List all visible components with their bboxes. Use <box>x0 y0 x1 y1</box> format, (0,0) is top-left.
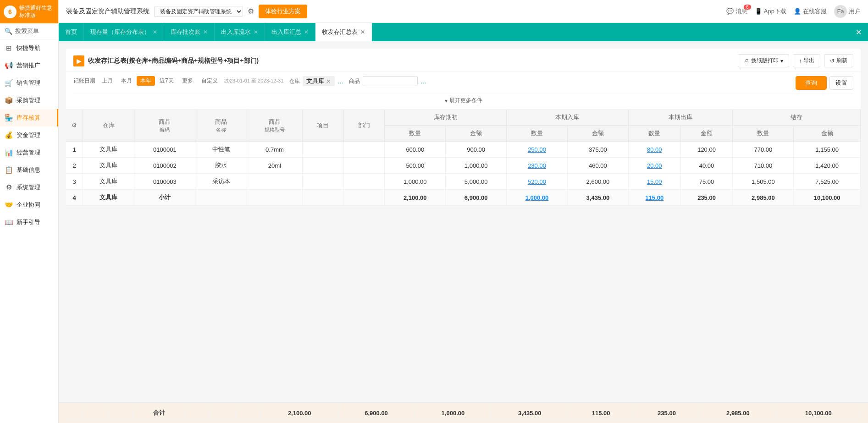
total-in-qty: 1,000.00 <box>415 407 491 419</box>
tab-stock-dist[interactable]: 现存量（库存分布表） ✕ <box>84 23 164 41</box>
date-btn-custom[interactable]: 自定义 <box>198 76 221 86</box>
sidebar-nav: ⊞ 快捷导航 📢 营销推广 🛒 销售管理 📦 采购管理 🏪 库存核算 💰 资金管… <box>0 39 58 231</box>
refresh-icon: ↺ <box>830 58 835 64</box>
tab-batch-account[interactable]: 库存批次账 ✕ <box>164 23 215 41</box>
tab-in-out-summary-label: 出入库汇总 <box>271 28 301 36</box>
subtotal-out-qty[interactable]: 115.00 <box>628 190 680 206</box>
row1-in-qty[interactable]: 250.00 <box>507 142 568 158</box>
date-btn-last-month[interactable]: 上月 <box>98 76 116 86</box>
sidebar-item-quick-nav[interactable]: ⊞ 快捷导航 <box>0 39 58 57</box>
date-range: 2023-01-01 至 2023-12-31 <box>224 77 284 84</box>
guide-icon: 📖 <box>5 218 13 226</box>
goods-input[interactable] <box>363 76 418 86</box>
page-action-bar: 🖨 换纸版打印 ▾ ↑ 导出 ↺ 刷新 <box>738 54 853 67</box>
date-shortcuts: 上月 本月 本年 近7天 更多 自定义 <box>98 76 221 86</box>
sidebar-item-finance[interactable]: 💰 资金管理 <box>0 126 58 144</box>
subtotal-out-amt: 235.00 <box>680 190 733 206</box>
basic-info-icon: 📋 <box>5 166 13 174</box>
row3-project <box>303 174 344 190</box>
sidebar: 6 畅捷通好生意 标准版 🔍 搜索菜单 ⊞ 快捷导航 📢 营销推广 🛒 销售管理… <box>0 0 59 423</box>
row1-out-qty[interactable]: 80.00 <box>628 142 680 158</box>
project-col-header: 项目 <box>303 110 344 142</box>
tab-in-out-summary[interactable]: 出入库汇总 ✕ <box>265 23 315 41</box>
tab-in-out-flow[interactable]: 出入库流水 ✕ <box>215 23 265 41</box>
sidebar-item-label: 销售管理 <box>17 79 40 87</box>
tab-stock-dist-close[interactable]: ✕ <box>153 29 157 35</box>
row2-in-qty[interactable]: 230.00 <box>507 158 568 174</box>
tab-collect-close[interactable]: ✕ <box>360 29 365 35</box>
messages-btn[interactable]: 💬 消息 6 <box>726 7 747 16</box>
expand-btn[interactable]: ▾ 展开更多条件 <box>445 97 482 104</box>
sidebar-item-guide[interactable]: 📖 新手引导 <box>0 214 58 231</box>
open-qty-header: 数量 <box>385 126 446 142</box>
bottom-total-bar: 合计 2,100.00 6,900.00 1,000.00 3,435.00 1… <box>59 402 868 423</box>
print-label: 换纸版打印 <box>751 57 779 65</box>
inventory-icon: 🏪 <box>5 114 13 122</box>
print-btn[interactable]: 🖨 换纸版打印 ▾ <box>738 54 789 67</box>
date-btn-more[interactable]: 更多 <box>178 76 197 86</box>
warehouse-tag-close[interactable]: ✕ <box>326 78 331 85</box>
date-btn-this-year[interactable]: 本年 <box>137 76 155 86</box>
subtotal-row: 4 文具库 小计 2,100.00 6,900.00 1,000.00 <box>66 190 861 206</box>
tabs-close-all[interactable]: ✕ <box>849 28 868 37</box>
tab-flow-close[interactable]: ✕ <box>254 29 258 35</box>
export-icon: ↑ <box>799 58 802 64</box>
goods-label: 商品 <box>349 77 360 85</box>
enterprise-icon: 🤝 <box>5 201 13 209</box>
settings-btn[interactable]: 设置 <box>829 76 853 90</box>
search-menu[interactable]: 🔍 搜索菜单 <box>0 23 58 39</box>
warehouse-tag-text: 文具库 <box>306 77 324 85</box>
export-btn[interactable]: ↑ 导出 <box>793 54 820 67</box>
row3-out-qty[interactable]: 15.00 <box>628 174 680 190</box>
settings-icon[interactable]: ⚙ <box>248 7 254 16</box>
row3-in-qty[interactable]: 520.00 <box>507 174 568 190</box>
out-stock-header: 本期出库 <box>628 110 733 126</box>
tab-home[interactable]: 首页 <box>59 23 84 41</box>
goods-more-btn[interactable]: … <box>420 78 426 85</box>
sidebar-item-enterprise[interactable]: 🤝 企业协同 <box>0 196 58 214</box>
query-btn[interactable]: 查询 <box>796 76 827 90</box>
row1-bal-amt: 1,155.00 <box>794 142 861 158</box>
filter-area: 记账日期 上月 本月 本年 近7天 更多 自定义 2023-01-01 至 20… <box>66 71 861 110</box>
row1-out-amt: 120.00 <box>680 142 733 158</box>
sidebar-item-inventory[interactable]: 🏪 库存核算 <box>0 109 58 126</box>
subtotal-in-qty[interactable]: 1,000.00 <box>507 190 568 206</box>
refresh-btn[interactable]: ↺ 刷新 <box>824 54 853 67</box>
sidebar-item-basic-info[interactable]: 📋 基础信息 <box>0 161 58 179</box>
sidebar-item-system[interactable]: ⚙ 系统管理 <box>0 179 58 196</box>
sidebar-item-purchase[interactable]: 📦 采购管理 <box>0 92 58 109</box>
system-select[interactable]: 装备及固定资产辅助管理系统 <box>154 6 243 17</box>
tab-batch-close[interactable]: ✕ <box>203 29 208 35</box>
date-btn-this-month[interactable]: 本月 <box>117 76 136 86</box>
app-download-btn[interactable]: 📱 App下载 <box>755 7 786 16</box>
tab-collect-summary[interactable]: 收发存汇总表 ✕ <box>315 23 372 41</box>
date-btn-7days[interactable]: 近7天 <box>156 76 177 86</box>
sidebar-logo: 6 畅捷通好生意 标准版 <box>0 0 58 23</box>
user-btn[interactable]: Ea 用户 <box>834 5 861 18</box>
logo-icon: 6 <box>4 5 17 18</box>
tab-summary-close[interactable]: ✕ <box>304 29 309 35</box>
out-amt-header: 金额 <box>680 126 733 142</box>
total-out-amt: 235.00 <box>634 407 699 419</box>
row3-warehouse: 文具库 <box>83 174 134 190</box>
row2-out-amt: 40.00 <box>680 158 733 174</box>
tab-home-label: 首页 <box>65 28 77 36</box>
settings-col-header: ⚙ <box>66 110 83 142</box>
sidebar-item-marketing[interactable]: 📢 营销推广 <box>0 57 58 74</box>
printer-icon: 🖨 <box>744 58 749 64</box>
data-table: ⚙ 仓库 商品编码 商品名称 商品规格型号 项目 部门 库存期初 本期入库 本 <box>66 110 861 206</box>
sidebar-item-operations[interactable]: 📊 经营管理 <box>0 144 58 161</box>
online-service-btn[interactable]: 👤 在线客服 <box>794 7 827 16</box>
experience-btn[interactable]: 体验行业方案 <box>259 5 307 18</box>
row2-open-amt: 1,000.00 <box>446 158 507 174</box>
in-stock-header: 本期入库 <box>507 110 629 126</box>
sidebar-item-sales[interactable]: 🛒 销售管理 <box>0 74 58 92</box>
row2-out-qty[interactable]: 20.00 <box>628 158 680 174</box>
system-icon: ⚙ <box>5 183 13 192</box>
sidebar-toggle-btn[interactable]: ▶ <box>73 55 84 66</box>
table-settings-icon[interactable]: ⚙ <box>72 122 77 129</box>
subtotal-open-qty: 2,100.00 <box>385 190 446 206</box>
page-title: 收发存汇总表(按仓库+商品编码+商品+规格型号+项目+部门) <box>88 57 259 65</box>
warehouse-more-btn[interactable]: … <box>337 78 343 85</box>
in-amt-header: 金额 <box>567 126 628 142</box>
